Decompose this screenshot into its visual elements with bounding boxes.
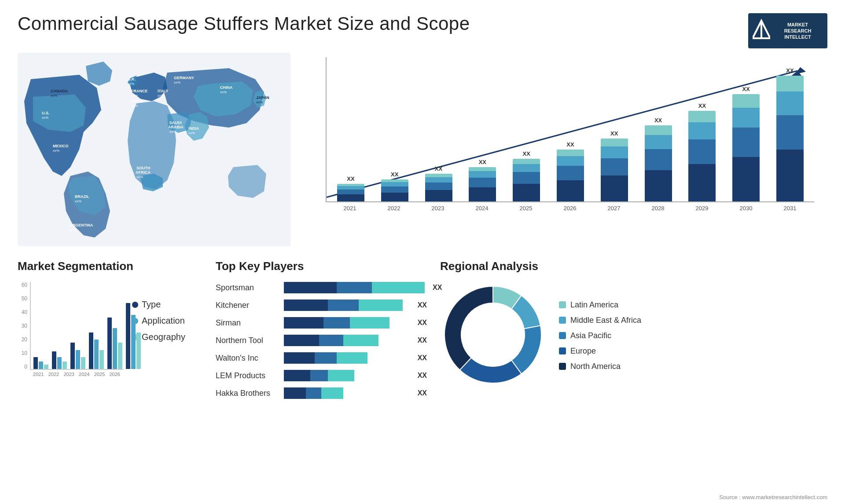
bar-segment	[732, 157, 760, 201]
bar-xx-2030: XX	[742, 86, 750, 92]
player-xx-5: XX	[418, 372, 427, 380]
bar-x-label-2021: 2021	[330, 205, 370, 212]
svg-text:JAPAN: JAPAN	[256, 95, 269, 100]
bar-chart-section: XXXXXXXXXXXXXXXXXXXXXX 20212022202320242…	[304, 53, 827, 255]
bar-segment	[513, 184, 540, 201]
latin-america-dot	[559, 301, 566, 308]
bar-segment	[601, 139, 628, 146]
player-xx-4: XX	[418, 354, 427, 362]
player-seg3-1	[359, 299, 403, 311]
player-seg1-0	[284, 282, 337, 293]
svg-text:xx%: xx%	[256, 100, 263, 104]
bar-segment	[732, 94, 760, 108]
player-seg3-0	[372, 282, 425, 293]
svg-text:xx%: xx%	[51, 94, 57, 98]
bar-group-2023: XX	[419, 165, 459, 201]
seg-chart: 0102030405060 202120222023202420252026	[18, 282, 123, 379]
player-seg2-4	[315, 352, 337, 364]
svg-text:SOUTH: SOUTH	[136, 166, 151, 170]
bar-segment	[557, 156, 584, 166]
bar-segment	[381, 182, 408, 186]
player-seg2-2	[323, 317, 350, 329]
regional-section: Regional Analysis Latin America Middle E	[440, 259, 827, 391]
svg-text:xx%: xx%	[53, 149, 59, 153]
header: Commercial Sausage Stuffers Market Size …	[0, 0, 845, 53]
bar-segment	[645, 135, 672, 149]
bar-xx-2031: XX	[786, 67, 794, 74]
svg-text:FRANCE: FRANCE	[131, 89, 148, 93]
segmentation-title: Market Segmentation	[18, 259, 202, 273]
players-section: Top Key Players SportsmanXXKitchenerXXSi…	[216, 259, 427, 391]
bar-segment	[513, 172, 540, 184]
bar-segment	[645, 125, 672, 135]
player-bar-container-3	[284, 335, 410, 346]
bar-group-2031: XX	[770, 67, 810, 201]
svg-text:INDIA: INDIA	[188, 126, 199, 131]
svg-text:AFRICA: AFRICA	[136, 170, 151, 175]
bar-segment	[381, 193, 408, 201]
bar-group-2024: XX	[463, 159, 502, 201]
svg-point-38	[461, 303, 525, 366]
svg-text:xx%: xx%	[75, 199, 81, 203]
stacked-bar-2023	[425, 174, 452, 201]
europe-dot	[559, 347, 566, 354]
bar-x-label-2029: 2029	[682, 205, 722, 212]
player-row-2: SirmanXX	[216, 317, 427, 329]
svg-text:CHINA: CHINA	[220, 85, 233, 90]
seg-type-bar	[107, 318, 112, 369]
seg-x-label-1: 2022	[48, 372, 60, 377]
svg-text:xx%: xx%	[131, 104, 138, 108]
donut-chart	[440, 282, 546, 389]
bar-segment	[688, 111, 716, 122]
bar-group-2025: XX	[507, 150, 546, 201]
player-row-6: Hakka BrothersXX	[216, 387, 427, 399]
seg-type-bar	[89, 332, 93, 369]
north-america-dot	[559, 363, 566, 370]
seg-type-bar	[126, 303, 130, 369]
seg-bar-group-3	[89, 332, 104, 369]
bar-xx-2029: XX	[698, 102, 706, 109]
svg-text:SPAIN: SPAIN	[131, 99, 143, 103]
bar-segment	[776, 91, 804, 115]
svg-text:SAUDI: SAUDI	[169, 121, 182, 125]
stacked-bar-2021	[337, 184, 364, 201]
bar-segment	[776, 76, 804, 91]
bar-group-2030: XX	[726, 86, 766, 201]
player-bar-container-0	[284, 282, 425, 293]
bar-x-label-2024: 2024	[462, 205, 502, 212]
players-title: Top Key Players	[216, 259, 427, 273]
seg-app-bar	[94, 340, 99, 369]
bar-segment	[513, 159, 540, 164]
bar-segment	[776, 150, 804, 201]
bar-segment	[469, 178, 496, 187]
bar-segment	[688, 122, 716, 139]
player-name-2: Sirman	[216, 318, 279, 328]
bar-segment	[337, 190, 364, 194]
svg-text:xx%: xx%	[169, 130, 176, 134]
seg-geo-bar	[44, 365, 48, 369]
bar-segment	[557, 166, 584, 180]
player-seg3-4	[337, 352, 367, 364]
bar-group-2029: XX	[683, 102, 722, 201]
svg-text:xx%: xx%	[42, 116, 48, 120]
player-seg1-2	[284, 317, 323, 329]
player-bar-container-4	[284, 352, 410, 364]
player-name-0: Sportsman	[216, 283, 279, 292]
seg-bar-group-4	[107, 318, 122, 369]
players-list: SportsmanXXKitchenerXXSirmanXXNorthern T…	[216, 282, 427, 399]
asia-pacific-dot	[559, 332, 566, 339]
svg-text:ARABIA: ARABIA	[168, 125, 184, 129]
player-name-4: Walton's Inc	[216, 354, 279, 363]
bar-x-label-2022: 2022	[374, 205, 414, 212]
svg-text:xx%: xx%	[70, 228, 76, 232]
bars-wrapper: XXXXXXXXXXXXXXXXXXXXXX	[326, 57, 814, 202]
stacked-bar-2031	[776, 76, 804, 201]
regional-content: Latin America Middle East & Africa Asia …	[440, 282, 827, 389]
seg-app-bar	[76, 350, 80, 369]
svg-text:xx%: xx%	[136, 175, 143, 179]
stacked-bar-2028	[645, 125, 672, 201]
player-seg3-2	[350, 317, 389, 329]
stacked-bar-2027	[601, 139, 628, 201]
player-name-5: LEM Products	[216, 371, 279, 380]
page-title: Commercial Sausage Stuffers Market Size …	[18, 13, 470, 34]
